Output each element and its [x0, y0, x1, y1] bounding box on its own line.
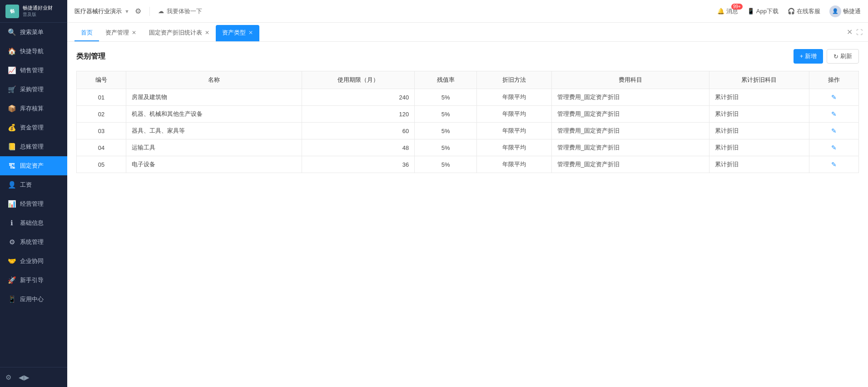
sidebar-logo: 畅 畅捷通好业财 普及版 — [0, 0, 67, 23]
cell-method: 年限平均 — [477, 156, 552, 173]
cell-name: 机器、机械和其他生产设备 — [126, 106, 302, 123]
tab-close-asset-mgmt[interactable]: ✕ — [132, 30, 136, 36]
edit-icon[interactable]: ✎ — [831, 161, 837, 168]
cell-name: 运输工具 — [126, 139, 302, 156]
tab-fixed-asset-depreciation[interactable]: 固定资产折旧统计表 ✕ — [143, 25, 216, 41]
sidebar-item-system[interactable]: ⚙ 系统管理 — [0, 233, 67, 252]
sidebar-item-ledger[interactable]: 📒 总账管理 — [0, 137, 67, 156]
table-row: 03 器具、工具、家具等 60 5% 年限平均 管理费用_固定资产折旧 累计折旧… — [77, 123, 859, 139]
tab-asset-type[interactable]: 资产类型 ✕ — [216, 25, 259, 41]
sidebar-item-sales[interactable]: 📈 销售管理 — [0, 61, 67, 80]
cell-expense: 管理费用_固定资产折旧 — [551, 123, 709, 139]
cell-action: ✎ — [809, 139, 858, 156]
tabbar: 首页 资产管理 ✕ 固定资产折旧统计表 ✕ 资产类型 ✕ — [67, 23, 868, 42]
cell-action: ✎ — [809, 89, 858, 106]
guide-icon: 🚀 — [7, 276, 16, 284]
app-download-btn[interactable]: 📱 App下载 — [747, 7, 779, 15]
ledger-icon: 📒 — [7, 143, 16, 151]
cell-code: 04 — [77, 139, 126, 156]
bell-icon: 🔔 — [717, 8, 724, 15]
base-info-icon: ℹ — [7, 219, 16, 227]
notification-btn[interactable]: 🔔 消息 99+ — [717, 7, 738, 15]
cell-name: 器具、工具、家具等 — [126, 123, 302, 139]
cell-residual: 5% — [415, 123, 477, 139]
cell-residual: 5% — [415, 139, 477, 156]
edit-icon[interactable]: ✎ — [831, 94, 837, 101]
sidebar-item-base-info[interactable]: ℹ 基础信息 — [0, 213, 67, 233]
cell-expense: 管理费用_固定资产折旧 — [551, 156, 709, 173]
sidebar-item-purchase[interactable]: 🛒 采购管理 — [0, 80, 67, 99]
sidebar-item-business[interactable]: 📊 经营管理 — [0, 194, 67, 213]
mobile-icon: 📱 — [747, 8, 754, 15]
category-table: 编号 名称 使用期限（月） 残值率 折旧方法 费用科目 累计折旧科目 操作 01… — [76, 71, 859, 173]
edit-icon[interactable]: ✎ — [831, 127, 837, 134]
sidebar-nav: 🔍 搜索菜单 🏠 快捷导航 📈 销售管理 🛒 采购管理 📦 库存核算 💰 资金管… — [0, 23, 67, 367]
cell-name: 房屋及建筑物 — [126, 89, 302, 106]
cell-months: 60 — [302, 123, 415, 139]
cell-code: 01 — [77, 89, 126, 106]
cell-accumulated: 累计折旧 — [709, 156, 809, 173]
table-row: 04 运输工具 48 5% 年限平均 管理费用_固定资产折旧 累计折旧 ✎ — [77, 139, 859, 156]
cell-accumulated: 累计折旧 — [709, 123, 809, 139]
fund-icon: 💰 — [7, 124, 16, 132]
table-row: 01 房屋及建筑物 240 5% 年限平均 管理费用_固定资产折旧 累计折旧 ✎ — [77, 89, 859, 106]
cell-expense: 管理费用_固定资产折旧 — [551, 89, 709, 106]
sidebar-item-search[interactable]: 🔍 搜索菜单 — [0, 23, 67, 42]
sidebar-item-quick-nav[interactable]: 🏠 快捷导航 — [0, 42, 67, 61]
col-header-accumulated: 累计折旧科目 — [709, 71, 809, 89]
cell-method: 年限平均 — [477, 106, 552, 123]
sidebar-item-payroll[interactable]: 👤 工资 — [0, 175, 67, 194]
sidebar: 畅 畅捷通好业财 普及版 🔍 搜索菜单 🏠 快捷导航 📈 销售管理 🛒 采购管理… — [0, 0, 67, 387]
col-header-name: 名称 — [126, 71, 302, 89]
edit-icon[interactable]: ✎ — [831, 144, 837, 151]
col-header-code: 编号 — [77, 71, 126, 89]
tab-close-depreciation[interactable]: ✕ — [205, 30, 209, 36]
sidebar-bottom: ⚙ ◀▶ — [0, 367, 67, 387]
cell-expense: 管理费用_固定资产折旧 — [551, 106, 709, 123]
table-row: 02 机器、机械和其他生产设备 120 5% 年限平均 管理费用_固定资产折旧 … — [77, 106, 859, 123]
tab-asset-mgmt[interactable]: 资产管理 ✕ — [99, 25, 143, 41]
cell-code: 02 — [77, 106, 126, 123]
sidebar-item-fund[interactable]: 💰 资金管理 — [0, 118, 67, 137]
tab-close-asset-type[interactable]: ✕ — [248, 30, 253, 36]
edit-icon[interactable]: ✎ — [831, 110, 837, 118]
cell-action: ✎ — [809, 123, 858, 139]
settings-icon[interactable]: ⚙ — [5, 373, 11, 382]
experience-btn[interactable]: ☁ 我要体验一下 — [158, 7, 202, 15]
company-dropdown[interactable]: 医疗器械行业演示 ▼ — [74, 7, 129, 15]
refresh-btn[interactable]: ↻ 刷新 — [827, 49, 859, 64]
cell-name: 电子设备 — [126, 156, 302, 173]
fixed-asset-icon: 🏗 — [7, 162, 16, 170]
topbar-right: 🔔 消息 99+ 📱 App下载 🎧 在线客服 👤 畅捷通 — [717, 5, 861, 17]
sidebar-item-cooperation[interactable]: 🤝 企业协同 — [0, 252, 67, 271]
collapse-icon[interactable]: ◀▶ — [19, 373, 30, 382]
search-icon: 🔍 — [7, 28, 16, 36]
user-menu[interactable]: 👤 畅捷通 — [829, 5, 861, 17]
gear-icon[interactable]: ⚙ — [135, 7, 141, 15]
app-logo-text: 畅捷通好业财 普及版 — [23, 5, 53, 17]
sidebar-item-fixed-asset[interactable]: 🏗 固定资产 — [0, 156, 67, 175]
cell-action: ✎ — [809, 106, 858, 123]
cell-accumulated: 累计折旧 — [709, 89, 809, 106]
col-header-residual: 残值率 — [415, 71, 477, 89]
page-header: 类别管理 + 新增 ↻ 刷新 — [76, 49, 859, 64]
chevron-down-icon: ▼ — [124, 9, 129, 14]
cell-residual: 5% — [415, 156, 477, 173]
cell-expense: 管理费用_固定资产折旧 — [551, 139, 709, 156]
tabbar-wrapper: 首页 资产管理 ✕ 固定资产折旧统计表 ✕ 资产类型 ✕ ✕ ⛶ — [67, 23, 868, 42]
window-controls: ✕ ⛶ — [841, 23, 868, 42]
refresh-icon: ↻ — [833, 53, 838, 60]
sidebar-item-app-center[interactable]: 📱 应用中心 — [0, 290, 67, 309]
col-header-months: 使用期限（月） — [302, 71, 415, 89]
window-close-icon[interactable]: ✕ — [847, 28, 853, 36]
sidebar-item-inventory[interactable]: 📦 库存核算 — [0, 99, 67, 118]
home-icon: 🏠 — [7, 47, 16, 55]
window-maximize-icon[interactable]: ⛶ — [856, 29, 863, 36]
sidebar-item-guide[interactable]: 🚀 新手引导 — [0, 271, 67, 290]
new-btn[interactable]: + 新增 — [794, 49, 823, 64]
customer-service-btn[interactable]: 🎧 在线客服 — [788, 7, 820, 15]
business-icon: 📊 — [7, 200, 16, 208]
cell-method: 年限平均 — [477, 139, 552, 156]
tab-home[interactable]: 首页 — [74, 25, 99, 41]
col-header-expense: 费用科目 — [551, 71, 709, 89]
